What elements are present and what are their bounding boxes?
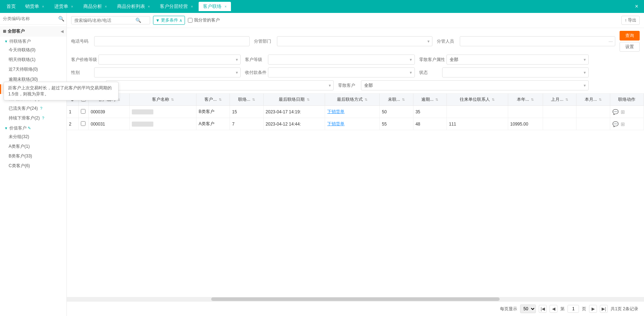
gender-select[interactable] <box>94 67 241 77</box>
scrollbar-thumb[interactable] <box>211 297 500 301</box>
sidebar-item-7days[interactable]: 近7天待联络(0) <box>0 65 66 74</box>
row1-checkbox[interactable] <box>81 109 85 114</box>
phone-input[interactable] <box>94 36 250 46</box>
person-more-icon[interactable]: ··· <box>608 38 613 44</box>
last-method-link-2[interactable]: 下销货单 <box>327 121 344 126</box>
sidebar-item-a-class[interactable]: A类客户(1) <box>0 142 66 151</box>
top-nav-right: × <box>632 3 641 10</box>
sidebar-item-b-class[interactable]: B类客户(33) <box>0 151 66 161</box>
sidebar-value-section[interactable]: ▼ 价值客户 ✎ <box>0 123 66 132</box>
customer-level-select[interactable] <box>268 55 414 65</box>
action-buttons: 查询 设置 <box>620 31 640 52</box>
export-btn[interactable]: ↑ 导出 <box>621 16 640 25</box>
nav-tab-productanalysis[interactable]: 商品分析 × <box>79 2 111 11</box>
td-check-2[interactable] <box>78 118 88 130</box>
dept-select[interactable] <box>277 36 432 46</box>
th-name[interactable]: 客户名称 ⇅ <box>130 94 196 106</box>
sidebar-search-input[interactable] <box>3 16 57 21</box>
retail-attr-label: 零散客户属性 <box>419 57 445 63</box>
retail-customer-select[interactable]: 全部 <box>361 80 589 90</box>
last-date-sort-icon[interactable]: ⇅ <box>307 98 310 102</box>
close-salesorder-icon[interactable]: × <box>42 5 44 9</box>
value-edit-icon[interactable]: ✎ <box>28 126 31 131</box>
close-purchaseorder-icon[interactable]: × <box>71 5 73 9</box>
close-customerlayer-icon[interactable]: × <box>191 5 193 9</box>
main-search-input[interactable] <box>74 18 135 23</box>
nav-tab-purchaseorder[interactable]: 进货单 × <box>50 2 78 11</box>
last-page-btn[interactable]: ▶| <box>600 305 608 313</box>
my-customer-check[interactable]: 我分管的客户 <box>188 17 220 23</box>
sidebar-search-icon[interactable]: 🔍 <box>58 16 64 22</box>
page-size-select[interactable]: 50 <box>520 305 536 313</box>
overdue-sort-icon[interactable]: ⇅ <box>435 98 438 102</box>
price-level-select[interactable] <box>98 55 241 65</box>
filter-phone: 电话号码 <box>71 36 250 46</box>
nav-tab-customerlayer[interactable]: 客户分层经营 × <box>156 2 197 11</box>
last-method-link-1[interactable]: 下销货单 <box>327 109 344 114</box>
nav-home[interactable]: 首页 <box>3 2 19 11</box>
th-uncontacted[interactable]: 未联... ⇅ <box>380 94 413 106</box>
close-productanalysislist-icon[interactable]: × <box>148 5 150 9</box>
lost-help-icon[interactable]: ? <box>40 106 42 110</box>
close-customercontact-icon[interactable]: × <box>224 5 227 9</box>
sidebar-item-today[interactable]: 今天待联络(0) <box>0 45 66 55</box>
th-overdue[interactable]: 逾期... ⇅ <box>413 94 446 106</box>
row2-checkbox[interactable] <box>81 121 85 126</box>
more-filter-btn[interactable]: ▼ 更多条件 ∧ <box>153 16 185 25</box>
last-month-sort-icon[interactable]: ⇅ <box>565 98 568 102</box>
td-last-method-1[interactable]: 下销货单 <box>325 106 380 118</box>
type-sort-icon[interactable]: ⇅ <box>219 98 222 102</box>
main-search-icon[interactable]: 🔍 <box>135 18 141 23</box>
sidebar-item-c-class[interactable]: C类客户(6) <box>0 161 66 171</box>
th-this-month[interactable]: 本月... ⇅ <box>576 94 610 106</box>
name-sort-icon[interactable]: ⇅ <box>171 98 174 102</box>
sidebar-all-customers[interactable]: ⊞ 全部客户 ◀ <box>0 26 66 37</box>
th-last-month[interactable]: 上月... ⇅ <box>543 94 576 106</box>
gender-select-wrap: ▼ <box>94 67 241 77</box>
sidebar-item-tomorrow[interactable]: 明天待联络(1) <box>0 55 66 65</box>
th-contact-count[interactable]: 联络... ⇅ <box>230 94 263 106</box>
retail-attr-select[interactable]: 全部 <box>446 55 589 65</box>
sidebar-item-declining[interactable]: 持续下滑客户(2) ? <box>0 113 66 123</box>
declining-help-icon[interactable]: ? <box>42 116 44 120</box>
page-input[interactable] <box>567 305 579 313</box>
next-page-btn[interactable]: ▶ <box>589 305 597 313</box>
th-contact-person[interactable]: 往来单位联系人 ⇅ <box>446 94 508 106</box>
this-month-sort-icon[interactable]: ⇅ <box>599 98 602 102</box>
payment-select[interactable] <box>268 67 414 77</box>
contact-count-sort-icon[interactable]: ⇅ <box>252 98 255 102</box>
th-last-date[interactable]: 最后联络日期 ⇅ <box>263 94 325 106</box>
td-check-1[interactable] <box>78 106 88 118</box>
contact-person-sort-icon[interactable]: ⇅ <box>492 98 495 102</box>
sidebar-item-lost[interactable]: 已流失客户(24) ? <box>0 104 66 113</box>
customer-type-select[interactable] <box>106 80 334 90</box>
sidebar-item-ungroup[interactable]: 未分组(32) <box>0 132 66 142</box>
horizontal-scrollbar[interactable] <box>67 297 644 301</box>
chat-icon-1[interactable]: 💬 <box>612 109 618 115</box>
nav-tab-salesorder[interactable]: 销货单 × <box>21 2 48 11</box>
grid-action-icon-2[interactable]: ⊞ <box>621 121 625 127</box>
window-close-icon[interactable]: × <box>632 3 641 10</box>
this-year-sort-icon[interactable]: ⇅ <box>531 98 534 102</box>
nav-tab-productanalysislist[interactable]: 商品分析列表 × <box>113 2 154 11</box>
my-customer-checkbox[interactable] <box>188 18 193 23</box>
query-button[interactable]: 查询 <box>620 31 640 41</box>
last-method-sort-icon[interactable]: ⇅ <box>365 98 367 102</box>
setting-button[interactable]: 设置 <box>620 42 640 52</box>
th-type[interactable]: 客户... ⇅ <box>196 94 230 106</box>
td-last-method-2[interactable]: 下销货单 <box>325 118 380 130</box>
th-this-year[interactable]: 本年... ⇅ <box>508 94 543 106</box>
status-select[interactable] <box>442 67 589 77</box>
person-input[interactable] <box>462 39 608 44</box>
sidebar-pending-section[interactable]: ▼ 待联络客户 <box>0 37 66 45</box>
table-area[interactable]: ⚙ 客户编码 ⇅ 客户名称 ⇅ <box>67 94 644 297</box>
close-productanalysis-icon[interactable]: × <box>105 5 107 9</box>
chat-icon-2[interactable]: 💬 <box>612 121 618 127</box>
first-page-btn[interactable]: |◀ <box>539 305 547 313</box>
nav-tab-customercontact[interactable]: 客户联络 × <box>199 2 231 11</box>
prev-page-btn[interactable]: ◀ <box>550 305 557 313</box>
th-last-method[interactable]: 最后联络方式 ⇅ <box>325 94 380 106</box>
uncontacted-sort-icon[interactable]: ⇅ <box>402 98 405 102</box>
grid-action-icon-1[interactable]: ⊞ <box>621 109 625 115</box>
td-actions-1: 💬 ⊞ <box>610 106 644 118</box>
